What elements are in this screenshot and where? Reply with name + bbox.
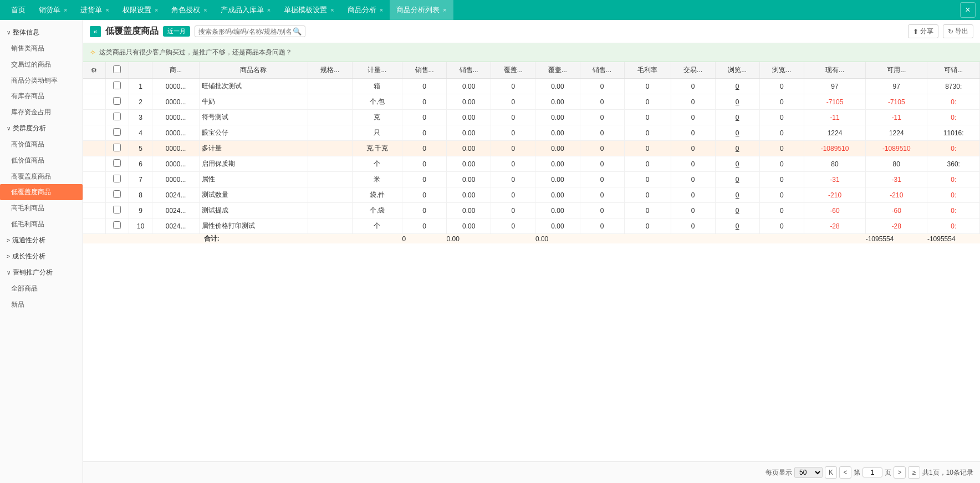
sidebar-item-in-stock[interactable]: 有库存商品 bbox=[0, 88, 83, 104]
nav-tab-permissions[interactable]: 权限设置 × bbox=[116, 0, 165, 20]
row-gross: 0 bbox=[624, 79, 671, 94]
row-available: -60 bbox=[866, 203, 927, 218]
sidebar-group-marketing[interactable]: ∨ 营销推广分析 bbox=[0, 265, 83, 281]
close-icon[interactable]: × bbox=[443, 7, 446, 13]
page-input[interactable] bbox=[862, 467, 882, 477]
close-icon[interactable]: × bbox=[330, 7, 334, 13]
row-browse1[interactable]: 0 bbox=[715, 141, 759, 156]
nav-tab-purchase[interactable]: 进货单 × bbox=[74, 0, 115, 20]
row-stock: -11 bbox=[804, 110, 865, 125]
row-browse1[interactable]: 0 bbox=[715, 172, 759, 187]
row-checkbox[interactable] bbox=[105, 203, 129, 218]
close-icon[interactable]: × bbox=[267, 7, 270, 13]
sidebar-item-low-profit[interactable]: 低毛利商品 bbox=[0, 216, 83, 232]
search-box[interactable]: 🔍 bbox=[195, 26, 305, 37]
sidebar-group-growth[interactable]: > 成长性分析 bbox=[0, 248, 83, 265]
row-checkbox[interactable] bbox=[105, 172, 129, 187]
row-browse1[interactable]: 0 bbox=[715, 203, 759, 218]
row-checkbox[interactable] bbox=[105, 156, 129, 172]
row-checkbox[interactable] bbox=[105, 110, 129, 125]
row-browse1[interactable]: 0 bbox=[715, 94, 759, 110]
row-stock: 97 bbox=[804, 79, 865, 94]
row-browse1[interactable]: 0 bbox=[715, 79, 759, 94]
sidebar-item-all-goods[interactable]: 全部商品 bbox=[0, 281, 83, 297]
col-cov1: 覆盖... bbox=[491, 62, 535, 79]
chevron-down-icon: ∨ bbox=[7, 29, 11, 35]
row-checkbox[interactable] bbox=[105, 125, 129, 141]
row-trade: 0 bbox=[671, 141, 715, 156]
sidebar-item-high-coverage[interactable]: 高覆盖度商品 bbox=[0, 169, 83, 185]
col-browse1: 浏览... bbox=[715, 62, 759, 79]
row-checkbox[interactable] bbox=[105, 94, 129, 110]
sidebar-group-circulation[interactable]: > 流通性分析 bbox=[0, 232, 83, 248]
first-page-button[interactable]: K bbox=[825, 466, 837, 479]
next-page-button[interactable]: > bbox=[894, 466, 906, 479]
close-icon[interactable]: × bbox=[203, 7, 207, 13]
sidebar-item-new-goods[interactable]: 新品 bbox=[0, 297, 83, 313]
row-settings bbox=[83, 110, 105, 125]
sidebar-group-cluster[interactable]: ∨ 类群度分析 bbox=[0, 120, 83, 136]
row-no: 8 bbox=[129, 187, 152, 203]
settings-column-header[interactable]: ⚙ bbox=[83, 62, 105, 79]
nav-tab-home[interactable]: 首页 bbox=[4, 0, 32, 20]
nav-tab-templates[interactable]: 单据模板设置 × bbox=[277, 0, 340, 20]
total-records: 共1页，10条记录 bbox=[922, 468, 973, 477]
row-sales-amt: 0.00 bbox=[447, 218, 491, 234]
prev-page-button[interactable]: < bbox=[839, 466, 851, 479]
row-browse1[interactable]: 0 bbox=[715, 125, 759, 141]
sidebar-item-low-coverage[interactable]: 低覆盖度商品 bbox=[0, 184, 83, 200]
row-trade: 0 bbox=[671, 94, 715, 110]
row-checkbox[interactable] bbox=[105, 79, 129, 94]
row-name: 牛奶 bbox=[200, 94, 308, 110]
row-sales3: 0 bbox=[580, 187, 624, 203]
row-checkbox[interactable] bbox=[105, 218, 129, 234]
gear-icon[interactable]: ⚙ bbox=[91, 67, 97, 74]
table-container[interactable]: ⚙ 商... 商品名称 规格... 计量... 销售... 销售... 覆盖..… bbox=[83, 62, 980, 461]
sidebar-item-low-value[interactable]: 低价值商品 bbox=[0, 152, 83, 169]
col-cov2: 覆盖... bbox=[535, 62, 580, 79]
close-icon[interactable]: × bbox=[64, 7, 67, 13]
nav-tab-sales[interactable]: 销货单 × bbox=[32, 0, 74, 20]
row-code: 0000... bbox=[152, 156, 200, 172]
select-all-checkbox[interactable] bbox=[113, 65, 121, 73]
row-checkbox[interactable] bbox=[105, 141, 129, 156]
checkbox-column-header[interactable] bbox=[105, 62, 129, 79]
row-browse1[interactable]: 0 bbox=[715, 156, 759, 172]
sidebar-item-capital[interactable]: 库存资金占用 bbox=[0, 104, 83, 120]
close-icon[interactable]: × bbox=[380, 7, 383, 13]
sidebar-item-high-profit[interactable]: 高毛利商品 bbox=[0, 200, 83, 216]
period-button[interactable]: 近一月 bbox=[163, 26, 190, 37]
row-checkbox[interactable] bbox=[105, 187, 129, 203]
export-button[interactable]: ↻ 导出 bbox=[943, 24, 973, 38]
row-cov2: 0.00 bbox=[535, 79, 580, 94]
close-icon[interactable]: × bbox=[105, 7, 109, 13]
sidebar-group-overall[interactable]: ∨ 整体信息 bbox=[0, 24, 83, 40]
sidebar-item-high-value[interactable]: 高价值商品 bbox=[0, 136, 83, 152]
table-row: 3 0000... 符号测试 克 0 0.00 0 0.00 0 0 0 0 0… bbox=[83, 110, 980, 125]
sidebar-item-category-rate[interactable]: 商品分类动销率 bbox=[0, 73, 83, 89]
nav-tab-analysis-list[interactable]: 商品分析列表 × bbox=[390, 0, 453, 20]
close-icon[interactable]: × bbox=[155, 7, 158, 13]
share-button[interactable]: ⬆ 分享 bbox=[908, 24, 938, 38]
row-browse2: 0 bbox=[759, 79, 804, 94]
sum-cov2: 0.00 bbox=[535, 234, 580, 244]
search-input[interactable] bbox=[198, 28, 293, 35]
share-icon: ⬆ bbox=[913, 28, 918, 35]
page-title: 低覆盖度商品 bbox=[105, 26, 159, 37]
row-cov2: 0.00 bbox=[535, 172, 580, 187]
last-page-button[interactable]: ≥ bbox=[908, 466, 920, 479]
row-browse1[interactable]: 0 bbox=[715, 218, 759, 234]
nav-tab-roles[interactable]: 角色授权 × bbox=[165, 0, 213, 20]
row-browse1[interactable]: 0 bbox=[715, 187, 759, 203]
row-trade: 0 bbox=[671, 187, 715, 203]
row-no: 2 bbox=[129, 94, 152, 110]
page-size-select[interactable]: 50 100 200 bbox=[794, 467, 823, 478]
sidebar-item-sales-goods[interactable]: 销售类商品 bbox=[0, 40, 83, 57]
nav-tab-analysis[interactable]: 商品分析 × bbox=[341, 0, 390, 20]
close-all-button[interactable]: × bbox=[960, 2, 976, 18]
row-browse1[interactable]: 0 bbox=[715, 110, 759, 125]
row-browse2: 0 bbox=[759, 218, 804, 234]
collapse-button[interactable]: « bbox=[90, 26, 101, 37]
sidebar-item-traded-goods[interactable]: 交易过的商品 bbox=[0, 57, 83, 73]
nav-tab-products[interactable]: 产成品入库单 × bbox=[214, 0, 277, 20]
